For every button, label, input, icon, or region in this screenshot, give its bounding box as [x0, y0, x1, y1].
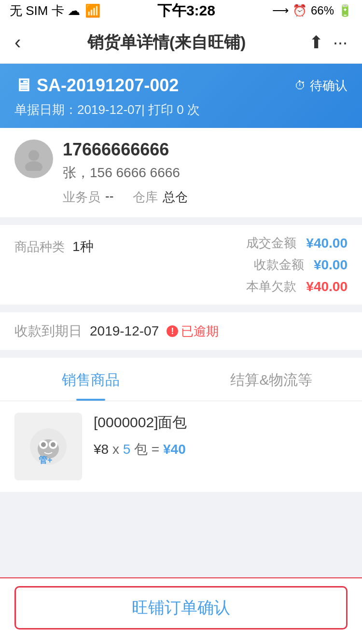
salesperson-value: -- [105, 189, 113, 206]
location-icon: ⟶ [272, 4, 289, 17]
summary-right: 成交金额 ¥40.00 收款金额 ¥0.00 本单欠款 ¥40.00 [246, 235, 348, 295]
warehouse-item: 仓库 总仓 [133, 189, 188, 206]
product-type-value: 1种 [72, 238, 94, 256]
back-button[interactable]: ‹ [14, 31, 43, 53]
tabs-section: 销售商品 结算&物流等 管+ [0000002]面包 ¥8 x [0, 358, 362, 492]
customer-phone: 17666666666 [63, 140, 348, 160]
product-price-line: ¥8 x 5 包 = ¥40 [94, 440, 348, 459]
warehouse-label: 仓库 [133, 189, 158, 206]
balance-label: 本单欠款 [246, 278, 296, 295]
received-label: 收款金额 [254, 256, 304, 273]
tabs-header: 销售商品 结算&物流等 [0, 358, 362, 401]
battery-icon: 🔋 [338, 4, 352, 17]
nav-bar: ‹ 销货单详情(来自旺铺) ⬆ ··· [0, 21, 362, 64]
due-date-value: 2019-12-07 [90, 323, 159, 339]
nav-actions: ⬆ ··· [290, 32, 348, 53]
received-row: 收款金额 ¥0.00 [254, 256, 348, 273]
salesperson-item: 业务员 -- [63, 189, 113, 206]
product-name: [0000002]面包 [94, 413, 348, 433]
balance-value: ¥40.00 [306, 279, 348, 294]
price-qty: 5 [123, 442, 131, 457]
svg-point-1 [25, 161, 42, 171]
tab-settlement[interactable]: 结算&物流等 [181, 358, 362, 401]
price-separator1: x [112, 442, 123, 457]
customer-section: 17666666666 张，156 6666 6666 业务员 -- 仓库 总仓 [0, 128, 362, 217]
status-bar: 无 SIM 卡 ☁ 📶 下午3:28 ⟶ ⏰ 66% 🔋 [0, 0, 362, 21]
status-label: 待确认 [310, 77, 348, 94]
overdue-badge: ! 已逾期 [167, 323, 219, 340]
price-unit: ¥8 [94, 442, 109, 457]
product-info: [0000002]面包 ¥8 x 5 包 = ¥40 [94, 413, 348, 459]
price-unit-name: 包 [134, 442, 148, 457]
overdue-text: 已逾期 [181, 323, 219, 340]
salesperson-label: 业务员 [63, 189, 100, 206]
overdue-icon: ! [167, 325, 178, 337]
warehouse-value: 总仓 [163, 189, 188, 206]
alarm-icon: ⏰ [292, 4, 307, 17]
order-id: 🖥 SA-20191207-002 [14, 75, 179, 96]
customer-name: 张，156 6666 6666 [63, 164, 348, 182]
customer-meta: 业务员 -- 仓库 总仓 [63, 189, 348, 206]
order-header-banner: 🖥 SA-20191207-002 ⏱ 待确认 单据日期：2019-12-07|… [0, 64, 362, 128]
customer-info: 17666666666 张，156 6666 6666 业务员 -- 仓库 总仓 [63, 140, 348, 206]
status-left: 无 SIM 卡 ☁ 📶 [10, 2, 100, 19]
svg-point-7 [51, 442, 56, 447]
summary-left: 商品种类 1种 [14, 235, 94, 256]
order-icon: 🖥 [14, 75, 37, 95]
tab-sales[interactable]: 销售商品 [0, 358, 181, 401]
summary-section: 商品种类 1种 成交金额 ¥40.00 收款金额 ¥0.00 本单欠款 ¥40.… [0, 225, 362, 305]
received-value: ¥0.00 [314, 257, 348, 273]
due-label: 收款到期日 [14, 322, 82, 340]
amount-value: ¥40.00 [306, 236, 348, 251]
balance-row: 本单欠款 ¥40.00 [246, 278, 348, 295]
confirm-button[interactable]: 旺铺订单确认 [14, 586, 348, 630]
status-right: ⟶ ⏰ 66% 🔋 [272, 4, 352, 17]
order-date: 单据日期：2019-12-07| 打印 0 次 [14, 101, 348, 118]
sim-label: 无 SIM 卡 ☁ [10, 2, 80, 19]
order-status: ⏱ 待确认 [294, 77, 348, 94]
status-time: 下午3:28 [157, 1, 215, 21]
amount-row: 成交金额 ¥40.00 [246, 235, 348, 252]
share-icon[interactable]: ⬆ [309, 32, 323, 53]
wifi-icon: 📶 [85, 3, 100, 18]
product-item: 管+ [0000002]面包 ¥8 x 5 包 = ¥40 [0, 401, 362, 492]
battery-label: 66% [311, 4, 334, 17]
svg-point-0 [28, 150, 39, 161]
more-icon[interactable]: ··· [333, 32, 348, 53]
amount-label: 成交金额 [246, 235, 296, 252]
svg-text:管+: 管+ [39, 455, 53, 465]
svg-point-6 [41, 442, 46, 447]
product-thumbnail: 管+ [14, 413, 82, 480]
page-title: 销货单详情(来自旺铺) [43, 31, 290, 54]
bottom-bar: 旺铺订单确认 [0, 577, 362, 644]
due-section: 收款到期日 2019-12-07 ! 已逾期 [0, 312, 362, 350]
price-separator2: = [152, 442, 163, 457]
price-total: ¥40 [163, 442, 186, 457]
customer-avatar [14, 140, 53, 178]
product-type-label: 商品种类 [14, 238, 65, 255]
clock-icon: ⏱ [294, 79, 306, 92]
